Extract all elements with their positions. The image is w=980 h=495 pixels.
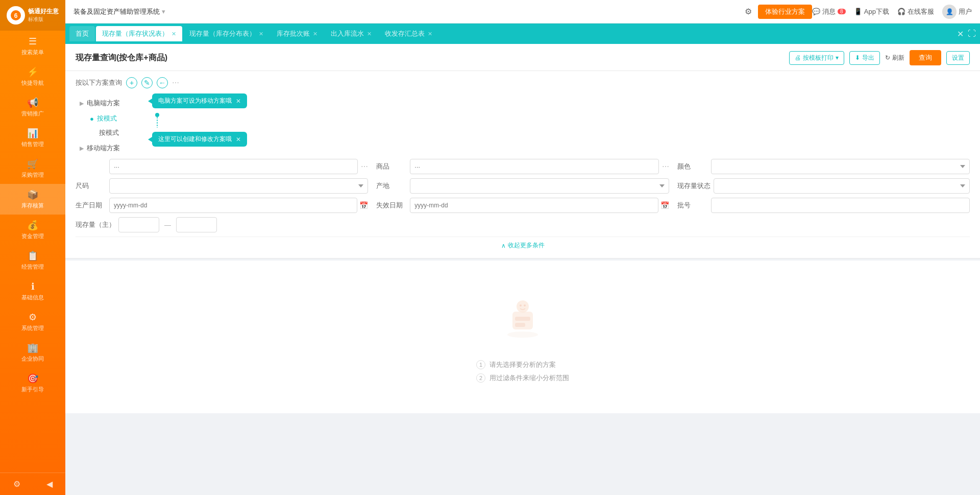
stock-status-select[interactable] — [714, 178, 970, 194]
filter-color: 颜色 — [677, 159, 970, 174]
warehouse-more-icon[interactable]: ⋯ — [361, 162, 368, 171]
tab-bar-right: ✕ ⛶ — [957, 29, 976, 39]
prod-date-range: 📅 — [109, 198, 368, 213]
tab-inout-flow[interactable]: 出入库流水 ✕ — [325, 26, 378, 41]
size-select[interactable] — [109, 178, 368, 194]
create-tooltip-close[interactable]: ✕ — [236, 136, 241, 143]
scheme-by-warehouse[interactable]: 按模式 — [86, 126, 137, 139]
page-header: 现存量查询(按仓库+商品) 🖨 按模板打印 ▾ ⬇ 导出 ↻ 刷新 — [65, 44, 980, 71]
collapse-row: ∧ 收起更多条件 — [76, 237, 970, 252]
user-btn[interactable]: 👤 用户 — [942, 5, 972, 19]
tab-close-icon[interactable]: ✕ — [428, 31, 432, 37]
sidebar-item-basic-info[interactable]: ℹ 基础信息 — [0, 276, 65, 307]
settings-small-btn[interactable]: 设置 — [946, 51, 970, 65]
tab-batch-ledger[interactable]: 库存批次账 ✕ — [271, 26, 324, 41]
tab-close-icon[interactable]: ✕ — [259, 31, 263, 37]
filter-add-btn[interactable]: + — [126, 77, 137, 88]
goods-more-icon[interactable]: ⋯ — [662, 162, 669, 171]
system-title-dropdown[interactable]: ▾ — [162, 8, 165, 15]
goods-label: 商品 — [376, 162, 407, 171]
prod-date-calendar-icon[interactable]: 📅 — [359, 201, 368, 209]
header-settings-icon[interactable]: ⚙ — [745, 7, 752, 16]
sidebar-item-sales[interactable]: 📊 销售管理 — [0, 123, 65, 153]
print-dropdown-icon: ▾ — [836, 54, 839, 61]
origin-select[interactable] — [410, 178, 669, 194]
search-main-btn[interactable]: 查询 — [910, 50, 941, 65]
tip-num-2: 2 — [476, 373, 485, 383]
tab-fullscreen-icon[interactable]: ⛶ — [968, 29, 976, 38]
enterprise-icon: 🏢 — [27, 342, 38, 353]
inventory-icon: 📦 — [27, 189, 38, 200]
batch-input[interactable] — [711, 198, 970, 213]
export-btn[interactable]: ⬇ 导出 — [849, 51, 880, 65]
sidebar-item-label: 库存核算 — [21, 202, 44, 209]
expire-date-calendar-icon[interactable]: 📅 — [660, 201, 669, 209]
sidebar-item-label: 销售管理 — [21, 140, 44, 148]
tab-close-icon[interactable]: ✕ — [313, 31, 317, 37]
sidebar-item-label: 快捷导航 — [21, 79, 44, 87]
tab-receipt-summary[interactable]: 收发存汇总表 ✕ — [379, 26, 438, 41]
add-icon: + — [130, 79, 134, 87]
finance-icon: 💰 — [27, 220, 38, 231]
scheme-desktop-sub[interactable]: ● 按模式 — [86, 112, 137, 125]
scheme-desktop[interactable]: ▶ 电脑端方案 — [76, 97, 137, 110]
tab-home[interactable]: 首页 — [69, 26, 95, 41]
tab-inventory-dist[interactable]: 现存量（库存分布表） ✕ — [183, 26, 270, 41]
stock-main-input-end[interactable] — [176, 217, 217, 232]
sales-icon: 📊 — [27, 128, 38, 139]
footer-settings-btn[interactable]: ⚙ — [13, 479, 20, 489]
sidebar-item-label: 系统管理 — [21, 324, 44, 332]
tab-close-icon[interactable]: ✕ — [172, 31, 176, 37]
sidebar-item-search-menu[interactable]: ☰ 搜索菜单 — [0, 31, 65, 61]
tab-inventory-status[interactable]: 现存量（库存状况表） ✕ — [96, 26, 182, 41]
scheme-mobile-arrow: ▶ — [80, 145, 84, 152]
filter-more-icon[interactable]: ⋯ — [172, 79, 179, 87]
prod-date-start[interactable] — [109, 198, 357, 213]
footer-collapse-btn[interactable]: ◀ — [46, 479, 53, 489]
sidebar-item-label: 基础信息 — [21, 294, 44, 301]
stock-main-input[interactable] — [118, 217, 159, 232]
tab-close-icon[interactable]: ✕ — [367, 31, 372, 37]
warehouse-input[interactable] — [109, 159, 358, 174]
sidebar-item-finance[interactable]: 💰 资金管理 — [0, 215, 65, 245]
page-title-row: 现存量查询(按仓库+商品) 🖨 按模板打印 ▾ ⬇ 导出 ↻ 刷新 — [76, 50, 970, 70]
sidebar-item-quick-nav[interactable]: ⚡ 快捷导航 — [0, 61, 65, 92]
sidebar-item-system[interactable]: ⚙ 系统管理 — [0, 307, 65, 337]
page-actions: 🖨 按模板打印 ▾ ⬇ 导出 ↻ 刷新 查询 设置 — [789, 50, 970, 65]
sidebar-item-label: 新手引导 — [21, 386, 44, 393]
color-select[interactable] — [711, 159, 970, 174]
sidebar-item-purchase[interactable]: 🛒 采购管理 — [0, 153, 65, 184]
print-btn[interactable]: 🖨 按模板打印 ▾ — [789, 51, 844, 65]
phone-icon: 📱 — [854, 8, 862, 15]
message-btn[interactable]: 💬 消息 8 — [812, 7, 846, 16]
sidebar-item-inventory[interactable]: 📦 库存核算 — [0, 184, 65, 215]
sidebar-item-guide[interactable]: 🎯 新手引导 — [0, 368, 65, 398]
collapse-btn[interactable]: ∧ 收起更多条件 — [501, 241, 545, 250]
filter-warehouse: ⋯ — [76, 159, 368, 174]
service-icon: 🎧 — [897, 8, 905, 15]
origin-label: 产地 — [376, 181, 407, 191]
sidebar-item-operations[interactable]: 📋 经营管理 — [0, 245, 65, 276]
tooltip-desktop-text: 电脑方案可设为移动方案哦 — [158, 97, 232, 105]
experience-btn[interactable]: 体验行业方案 — [758, 5, 812, 19]
tip-num-1: 1 — [476, 360, 485, 369]
filter-section: 按以下方案查询 + ✎ ← ⋯ ▶ 电脑端方案 — [65, 71, 980, 258]
page-title: 现存量查询(按仓库+商品) — [76, 53, 167, 63]
sidebar-item-enterprise[interactable]: 🏢 企业协同 — [0, 337, 65, 368]
online-service-btn[interactable]: 🎧 在线客服 — [897, 7, 934, 16]
sidebar-footer: ⚙ ◀ — [0, 473, 65, 495]
filter-edit-btn[interactable]: ✎ — [141, 77, 153, 88]
sidebar-item-marketing[interactable]: 📢 营销推广 — [0, 92, 65, 123]
sidebar-item-label: 企业协同 — [21, 355, 44, 363]
app-download-btn[interactable]: 📱 App下载 — [854, 7, 889, 16]
refresh-btn[interactable]: ↻ 刷新 — [885, 54, 904, 62]
scheme-mobile[interactable]: ▶ 移动端方案 — [76, 142, 137, 155]
expire-date-start[interactable] — [410, 198, 658, 213]
print-icon: 🖨 — [795, 54, 801, 61]
top-header: 装备及固定资产辅助管理系统 ▾ ⚙ 体验行业方案 💬 消息 8 📱 App下载 … — [65, 0, 980, 23]
desktop-tooltip-close[interactable]: ✕ — [236, 98, 241, 105]
svg-point-9 — [520, 304, 522, 307]
tab-close-all-icon[interactable]: ✕ — [957, 29, 964, 39]
goods-input[interactable] — [410, 159, 658, 174]
filter-back-btn[interactable]: ← — [157, 77, 168, 88]
